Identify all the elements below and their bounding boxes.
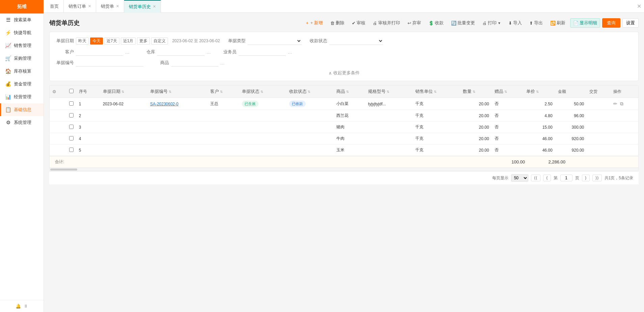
cell-doc-status: 已生效 <box>239 98 286 110</box>
page-next-btn[interactable]: ⟩ <box>582 175 590 181</box>
tab-sales-order[interactable]: 销售订单 ✕ <box>64 0 96 13</box>
cell-doc-no[interactable]: SA-20230602-0 <box>147 98 207 110</box>
edit-icon[interactable]: ✏ <box>613 101 617 107</box>
salesperson-dots[interactable]: … <box>288 50 292 55</box>
cell-checkbox[interactable] <box>66 122 76 133</box>
cell-checkbox[interactable] <box>66 145 76 156</box>
warehouse-input[interactable] <box>157 48 204 56</box>
scroll-bar[interactable] <box>50 167 638 171</box>
sidebar-item-search-menu[interactable]: ☰ 搜索菜单 <box>0 14 44 26</box>
cell-customer <box>207 133 239 145</box>
th-qty[interactable]: 数量⇅ <box>460 85 492 98</box>
tab-sales-history[interactable]: 销货单历史 ✕ <box>124 0 161 13</box>
audit-print-button[interactable]: 🖨 审核并打印 <box>370 19 403 27</box>
date-btn-today[interactable]: 今天 <box>90 37 103 45</box>
collect-button[interactable]: 💲 收款 <box>426 19 446 27</box>
cell-checkbox[interactable] <box>66 133 76 145</box>
th-price[interactable]: 单价⇅ <box>524 85 555 98</box>
tab-sales-history-close[interactable]: ✕ <box>153 5 156 8</box>
tab-sales-order-close[interactable]: ✕ <box>88 4 91 8</box>
date-btn-custom[interactable]: 自定义 <box>151 37 168 45</box>
print-button[interactable]: 🖨 打印 ▼ <box>480 19 504 27</box>
tab-home[interactable]: 首页 <box>47 0 64 13</box>
row-checkbox[interactable] <box>69 101 74 106</box>
audit-button[interactable]: ✔ 审核 <box>349 19 368 27</box>
goods-input[interactable] <box>171 59 218 67</box>
scroll-thumb[interactable] <box>50 168 77 171</box>
refresh-button[interactable]: 🔁 刷新 <box>548 19 568 27</box>
th-unit[interactable]: 销售单位⇅ <box>413 85 460 98</box>
sidebar-item-purchase-mgmt[interactable]: 🛒 采购管理 <box>0 52 44 65</box>
query-button[interactable]: 查询 <box>602 18 620 28</box>
th-settings[interactable]: ⚙ <box>50 85 66 98</box>
date-btn-7days[interactable]: 近7天 <box>104 37 119 45</box>
batch-change-button[interactable]: 🔄 批量变更 <box>448 19 478 27</box>
page-label: 第 <box>554 175 558 181</box>
customer-dots[interactable]: … <box>125 50 130 55</box>
quick-nav-icon: ⚡ <box>5 30 11 36</box>
doc-type-select[interactable] <box>248 37 302 45</box>
per-page-select[interactable]: 50 100 200 <box>511 174 528 182</box>
pause-icon[interactable]: ⏸ <box>24 304 28 309</box>
payment-status-select[interactable] <box>329 37 383 45</box>
row-checkbox[interactable] <box>69 113 74 118</box>
page-last-btn[interactable]: ⟩⟩ <box>592 175 602 181</box>
row-checkbox[interactable] <box>69 125 74 129</box>
collapse-filter-btn[interactable]: ∧ 收起更多条件 <box>55 70 633 76</box>
settings-button[interactable]: 设置 <box>622 18 639 28</box>
sidebar-item-system-mgmt[interactable]: ⚙ 系统管理 <box>0 116 44 129</box>
copy-icon[interactable]: ⧉ <box>620 101 623 107</box>
tab-bar-close-all[interactable]: ✕ <box>637 3 641 9</box>
th-payment-status[interactable]: 收款状态⇅ <box>286 85 334 98</box>
cell-price: 4.80 <box>524 110 555 122</box>
sidebar-item-basic-info[interactable]: 📋 基础信息 <box>0 103 44 116</box>
sidebar-item-quick-nav[interactable]: ⚡ 快捷导航 <box>0 26 44 39</box>
th-gift[interactable]: 赠品⇅ <box>492 85 524 98</box>
th-date[interactable]: 单据日期⇅ <box>100 85 147 98</box>
cell-checkbox[interactable] <box>66 110 76 122</box>
bell-icon[interactable]: 🔔 <box>16 304 21 309</box>
th-customer[interactable]: 客户⇅ <box>207 85 239 98</box>
cell-amount: 96.00 <box>555 110 587 122</box>
customer-input[interactable] <box>76 48 123 56</box>
page-number-input[interactable] <box>560 175 572 181</box>
tab-sales-goods-close[interactable]: ✕ <box>116 4 119 8</box>
page-first-btn[interactable]: ⟨⟨ <box>531 175 540 181</box>
sidebar-item-sales-mgmt[interactable]: 📈 销售管理 <box>0 39 44 52</box>
th-doc-status[interactable]: 单据状态⇅ <box>239 85 286 98</box>
date-buttons: 昨天 今天 近7天 近1月 更多 自定义 <box>76 37 168 45</box>
date-btn-more[interactable]: 更多 <box>137 37 150 45</box>
sidebar-item-operations[interactable]: 📊 经营管理 <box>0 90 44 103</box>
show-detail-button[interactable]: 📄 显示明细 <box>570 18 600 28</box>
page-prev-btn[interactable]: ⟨ <box>543 175 551 181</box>
table-settings-icon[interactable]: ⚙ <box>52 89 56 94</box>
new-button[interactable]: ＋ + 新增 <box>302 19 326 27</box>
row-checkbox[interactable] <box>69 136 74 140</box>
doc-no-input[interactable] <box>76 59 143 67</box>
cell-doc-status <box>239 122 286 133</box>
abandon-button[interactable]: ↩ 弃审 <box>405 19 424 27</box>
date-btn-1month[interactable]: 近1月 <box>121 37 136 45</box>
import-button[interactable]: ⬇ 导入 <box>506 19 525 27</box>
cell-spec <box>365 133 413 145</box>
th-spec[interactable]: 规格型号⇅ <box>365 85 413 98</box>
goods-dots[interactable]: … <box>220 60 225 66</box>
select-all-checkbox[interactable] <box>69 89 74 93</box>
row-checkbox[interactable] <box>69 148 74 152</box>
th-doc-no[interactable]: 单据编号⇅ <box>147 85 207 98</box>
cell-settings <box>50 110 66 122</box>
cell-checkbox[interactable] <box>66 98 76 110</box>
th-goods[interactable]: 商品⇅ <box>334 85 365 98</box>
tab-sales-goods[interactable]: 销货单 ✕ <box>96 0 124 13</box>
warehouse-dots[interactable]: … <box>206 50 211 55</box>
cell-doc-no[interactable] <box>147 110 207 122</box>
delete-button[interactable]: 🗑 删除 <box>328 19 347 27</box>
export-button[interactable]: ⬆ 导出 <box>527 19 545 27</box>
cell-doc-no[interactable] <box>147 122 207 133</box>
cell-doc-no[interactable] <box>147 133 207 145</box>
cell-doc-no[interactable] <box>147 145 207 156</box>
sidebar-item-inventory[interactable]: 🏠 库存核算 <box>0 65 44 78</box>
date-btn-yesterday[interactable]: 昨天 <box>76 37 89 45</box>
sidebar-item-finance[interactable]: 💰 资金管理 <box>0 78 44 90</box>
salesperson-input[interactable] <box>239 48 286 56</box>
